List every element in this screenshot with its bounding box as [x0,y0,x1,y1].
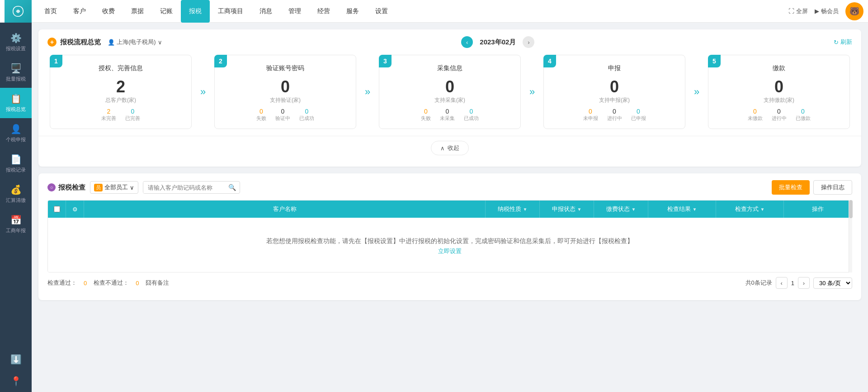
filter-icon-2: ▼ [577,207,582,212]
collapse-button[interactable]: ∧ 收起 [431,141,469,155]
sidebar-item-personal-tax[interactable]: 👤 个税申报 [0,118,32,148]
step-3-stat-1[interactable]: 0 未采集 [440,108,455,122]
collapse-icon: ∧ [440,145,445,152]
step-1-title: 授权、完善信息 [57,64,184,72]
tax-check-card: ○ 报税检查 员 全部员工 ∨ 🔍 批量检查 操作日志 [38,173,861,300]
nav-bookkeeping[interactable]: 记账 [152,0,181,23]
nav-service[interactable]: 服务 [338,0,367,23]
th-check-method[interactable]: 检查方式 ▼ [716,201,784,218]
main-layout: ⚙️ 报税设置 🖥️ 批量报税 📋 报税总览 👤 个税申报 📄 报税记录 💰 汇… [0,23,868,392]
employee-filter[interactable]: 员 全部员工 ∨ [90,181,138,194]
table-scroll-area: ⚙ 客户名称 纳税性质 ▼ 申报状态 ▼ [47,200,852,272]
step-1-stat-0[interactable]: 2 未完善 [101,108,116,122]
plus-icon: + [47,38,57,47]
scrollbar-thumb [849,200,853,218]
step-2-card: 2 验证账号密码 0 支持验证(家) 0 失败 0 验证中 [214,55,356,129]
refresh-button[interactable]: ↻ 刷新 [834,38,852,46]
nav-fee[interactable]: 收费 [94,0,123,23]
step-2-stat-0[interactable]: 0 失败 [256,108,266,122]
nav-invoice[interactable]: 票据 [123,0,152,23]
first-page-button[interactable]: ‹ [776,277,788,289]
table-header: ⚙ 客户名称 纳税性质 ▼ 申报状态 ▼ [48,201,852,218]
prev-month-button[interactable]: ‹ [461,36,473,48]
empty-message: 若您想使用报税检查功能，请先在【报税设置】中进行报税的初始化设置，完成密码验证和… [266,234,633,247]
step-4-stat-1[interactable]: 0 进行中 [607,108,622,122]
personal-tax-icon: 👤 [10,124,22,134]
th-checkbox[interactable] [48,201,66,218]
last-page-button[interactable]: › [798,277,810,289]
step-2-title: 验证账号密码 [222,64,349,72]
sidebar-item-tax-record[interactable]: 📄 报税记录 [0,148,32,179]
table-empty-body: 若您想使用报税检查功能，请先在【报税设置】中进行报税的初始化设置，完成密码验证和… [48,218,852,272]
step-1-stats: 2 未完善 0 已完善 [57,108,184,122]
step-1-card: 1 授权、完善信息 2 总客户数(家) 2 未完善 0 已完善 [50,55,192,129]
pass-count[interactable]: 0 [84,280,87,287]
step-5-stat-0[interactable]: 0 未缴款 [748,108,763,122]
table-scrollbar[interactable] [849,200,852,272]
nav-business[interactable]: 工商项目 [210,0,251,23]
sidebar-item-download[interactable]: ⬇️ [0,349,32,370]
step-5-stat-2[interactable]: 0 已缴款 [796,108,811,122]
sidebar-item-batch-tax[interactable]: 🖥️ 批量报税 [0,57,32,88]
th-check-result[interactable]: 检查结果 ▼ [648,201,716,218]
overview-header: + 报税流程总览 👤 上海(电子税局) ∨ ‹ 2023年02月 › ↻ [47,36,852,48]
nav-tax[interactable]: 报税 [181,0,210,23]
location-tag[interactable]: 👤 上海(电子税局) ∨ [108,38,162,46]
tax-overview-icon: 📋 [10,93,22,104]
total-records: 共0条记录 [745,279,772,287]
app-logo[interactable] [5,0,32,23]
member-button[interactable]: ▶ 畅会员 [815,7,839,15]
sidebar-item-annual-report[interactable]: 📅 工商年报 [0,209,32,239]
th-report-status[interactable]: 申报状态 ▼ [540,201,594,218]
step-2-stat-2[interactable]: 0 已成功 [299,108,314,122]
select-all-checkbox[interactable] [54,206,60,212]
step-4-stat-2[interactable]: 0 已申报 [631,108,646,122]
sidebar-item-location[interactable]: 📍 [0,370,32,392]
overview-title: + 报税流程总览 [47,38,101,47]
sidebar-item-tax-settings[interactable]: ⚙️ 报税设置 [0,27,32,57]
nav-settings[interactable]: 设置 [367,0,396,23]
search-input[interactable] [143,182,225,193]
batch-check-button[interactable]: 批量检查 [772,180,810,195]
nav-customer[interactable]: 客户 [65,0,94,23]
sidebar-item-annual-settlement[interactable]: 💰 汇算清缴 [0,179,32,209]
tax-check-table: ⚙ 客户名称 纳税性质 ▼ 申报状态 ▼ [47,200,852,272]
step-3-title: 采集信息 [386,64,514,72]
fail-count[interactable]: 0 [136,280,139,287]
step-4-title: 申报 [551,64,678,72]
step-3-stat-0[interactable]: 0 失败 [421,108,431,122]
th-settings[interactable]: ⚙ [66,201,84,218]
filter-icon-1: ▼ [523,207,528,212]
steps-row: 1 授权、完善信息 2 总客户数(家) 2 未完善 0 已完善 [47,55,852,129]
step-3-stat-2[interactable]: 0 已成功 [464,108,479,122]
nav-home[interactable]: 首页 [36,0,65,23]
operation-log-button[interactable]: 操作日志 [813,180,852,195]
th-pay-status[interactable]: 缴费状态 ▼ [594,201,648,218]
step-2-stat-1[interactable]: 0 验证中 [275,108,290,122]
search-button[interactable]: 🔍 [225,182,240,193]
step-5-stat-1[interactable]: 0 进行中 [772,108,787,122]
step-5-num: 5 [708,55,721,67]
top-nav-right: ⛶ 全屏 ▶ 畅会员 🐻 [788,2,863,20]
nav-operation[interactable]: 经营 [309,0,338,23]
annual-report-icon: 📅 [10,215,22,225]
step-4-card: 4 申报 0 支持申报(家) 0 未申报 0 进行中 [543,55,685,129]
per-page-select[interactable]: 30 条/页 [813,277,852,289]
nav-manage[interactable]: 管理 [280,0,309,23]
pass-label: 检查通过： [47,279,77,287]
mascot-avatar[interactable]: 🐻 [845,2,863,20]
chevron-down-icon: ∨ [158,39,162,46]
sidebar-item-tax-overview[interactable]: 📋 报税总览 [0,88,32,118]
fullscreen-button[interactable]: ⛶ 全屏 [788,7,808,15]
step-4-stat-0[interactable]: 0 未申报 [583,108,598,122]
next-month-button[interactable]: › [523,36,534,48]
nav-message[interactable]: 消息 [251,0,280,23]
th-tax-type[interactable]: 纳税性质 ▼ [486,201,540,218]
pagination: 共0条记录 ‹ 1 › 30 条/页 [745,277,852,289]
step-4-sub: 支持申报(家) [551,96,678,104]
step-1-stat-1[interactable]: 0 已完善 [125,108,140,122]
setup-link[interactable]: 立即设置 [438,247,462,255]
location-icon: 📍 [10,376,22,387]
step-1-num: 1 [50,55,62,67]
step-2-sub: 支持验证(家) [222,96,349,104]
